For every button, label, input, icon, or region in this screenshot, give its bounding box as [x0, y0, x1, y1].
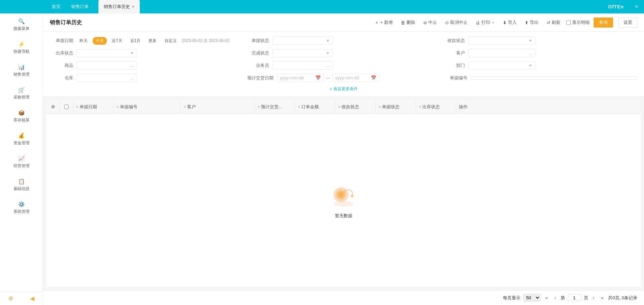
- sidebar-item-search-menu[interactable]: 🔍 搜索菜单: [0, 13, 43, 36]
- delivery-date-from[interactable]: yyyy-mm-dd 📅: [277, 74, 324, 82]
- export-button[interactable]: ⬆ 导出: [523, 18, 541, 27]
- settings-bottom-icon[interactable]: ⚙: [8, 295, 13, 302]
- completion-arrow: ▼: [326, 51, 330, 55]
- th-actions: 操作: [456, 101, 641, 113]
- collapse-filter-btn[interactable]: ∧ 收起更多条件: [50, 86, 637, 92]
- tab-sales-order[interactable]: 销售订单 ×: [66, 0, 98, 13]
- order-status-control[interactable]: ▼: [272, 37, 441, 45]
- customer-input[interactable]: ...: [468, 49, 535, 57]
- salesperson-label: 业务员: [246, 63, 272, 69]
- payment-status-arrow: ▼: [528, 38, 532, 43]
- th-order-status[interactable]: ⇅ 单据状态: [376, 101, 416, 113]
- order-status-select[interactable]: ▼: [272, 37, 333, 45]
- date-btn-7days[interactable]: 近7天: [109, 37, 125, 45]
- settings-gear-icon[interactable]: ⚙: [51, 104, 55, 109]
- outbound-select[interactable]: ▼: [77, 49, 137, 57]
- finance-mgmt-icon: 💰: [18, 132, 25, 139]
- sidebar-item-sales-mgmt[interactable]: 📊 销售管理: [0, 59, 43, 82]
- empty-illustration: [327, 182, 360, 209]
- sidebar-item-quick-nav[interactable]: ⚡ 快捷导航: [0, 36, 43, 59]
- th-order-no[interactable]: ⇅ 单据编号: [114, 101, 181, 113]
- product-input[interactable]: ...: [77, 61, 137, 70]
- page-size-select[interactable]: 20 50 100: [523, 294, 541, 302]
- page-title: 销售订单历史: [50, 19, 82, 26]
- th-outbound-status[interactable]: ⇅ 出库状态: [416, 101, 456, 113]
- svg-point-4: [351, 195, 353, 197]
- th-customer[interactable]: ⇅ 客户: [181, 101, 255, 113]
- th-order-date[interactable]: ⇅ 单据日期: [73, 101, 114, 113]
- next-page-btn[interactable]: ›: [591, 295, 596, 301]
- sidebar-item-sys-mgmt[interactable]: ⚙️ 系统管理: [0, 196, 43, 219]
- date-btn-custom[interactable]: 自定义: [162, 37, 180, 45]
- date-btn-yesterday[interactable]: 昨天: [77, 37, 91, 45]
- display-detail-checkbox-label[interactable]: 显示明细: [566, 20, 590, 26]
- sort-icon-order-no: ⇅: [116, 105, 119, 109]
- tab-home[interactable]: 首页: [46, 0, 66, 13]
- collapse-sidebar-icon[interactable]: ◀: [30, 295, 34, 302]
- date-btn-more[interactable]: 更多: [145, 37, 160, 45]
- import-button[interactable]: ⬇ 导入: [501, 18, 519, 27]
- stop-icon: ⊘: [423, 20, 427, 25]
- tab-sales-order-history[interactable]: 销售订单历史 ×: [98, 0, 140, 13]
- stop-button[interactable]: ⊘ 中止: [421, 18, 439, 27]
- ops-mgmt-icon: 📈: [18, 155, 25, 162]
- expected-delivery-label: 预计交货日期: [243, 75, 277, 81]
- sidebar-item-ops-mgmt[interactable]: 📈 经营管理: [0, 151, 43, 174]
- last-page-btn[interactable]: »: [599, 295, 605, 301]
- customer-more-icon[interactable]: ...: [529, 50, 532, 55]
- calendar-from-icon[interactable]: 📅: [315, 75, 321, 80]
- payment-status-select[interactable]: ▼: [468, 37, 535, 45]
- date-label: 单据日期: [50, 38, 77, 44]
- sidebar: 🔍 搜索菜单 ⚡ 快捷导航 📊 销售管理 🛒 采购管理 📦 库存核算 💰 资金管…: [0, 13, 43, 305]
- calendar-to-icon[interactable]: 📅: [371, 75, 376, 80]
- select-all-checkbox[interactable]: [64, 105, 69, 109]
- filter-row-2: 出库状态 ▼ 完成状态 ▼ 客户: [50, 49, 637, 57]
- import-icon: ⬇: [503, 20, 507, 25]
- warehouse-more-icon[interactable]: ...: [130, 75, 134, 80]
- date-btn-today[interactable]: 今天: [93, 37, 107, 45]
- prev-page-btn[interactable]: ‹: [552, 295, 558, 301]
- setting-button[interactable]: 设置: [618, 17, 637, 28]
- date-btn-1month[interactable]: 近1月: [127, 37, 144, 45]
- sidebar-item-inventory[interactable]: 📦 库存核算: [0, 105, 43, 128]
- sidebar-item-finance-mgmt[interactable]: 💰 资金管理: [0, 128, 43, 151]
- query-button[interactable]: 查询: [594, 17, 613, 28]
- th-expected-delivery[interactable]: ⇅ 预计交货...: [255, 101, 295, 113]
- th-order-amount[interactable]: ⇅ 订单金额: [295, 101, 335, 113]
- date-separator: —: [326, 75, 330, 80]
- sort-icon-payment: ⇅: [338, 105, 341, 109]
- cancel-stop-button[interactable]: ⊙ 取消中止: [443, 18, 470, 27]
- warehouse-label: 仓库: [50, 75, 77, 81]
- salesperson-input[interactable]: ...: [272, 61, 333, 70]
- close-tab-sales-order-history[interactable]: ×: [132, 4, 134, 9]
- payment-status-label: 收款状态: [441, 38, 468, 44]
- delivery-date-to[interactable]: yyyy-mm-dd 📅: [332, 74, 379, 82]
- purchase-mgmt-icon: 🛒: [18, 87, 25, 93]
- display-detail-checkbox[interactable]: [566, 21, 571, 25]
- print-button[interactable]: 🖨 打印 ▼: [474, 18, 497, 27]
- page-number-input[interactable]: [568, 294, 581, 301]
- delete-button[interactable]: 🗑 删除: [399, 18, 417, 27]
- order-number-label: 单据编号: [444, 75, 471, 81]
- refresh-button[interactable]: ↺ 刷新: [545, 18, 562, 27]
- sidebar-item-purchase-mgmt[interactable]: 🛒 采购管理: [0, 82, 43, 105]
- order-number-input[interactable]: [471, 76, 637, 80]
- th-checkbox: [60, 101, 73, 112]
- close-tab-sales-order[interactable]: ×: [91, 4, 93, 9]
- th-payment-status[interactable]: ⇅ 收款状态: [335, 101, 376, 113]
- first-page-btn[interactable]: «: [543, 295, 550, 301]
- table-area: ⚙ ⇅ 单据日期 ⇅ 单据编号 ⇅ 客户 ⇅: [46, 100, 641, 287]
- th-settings[interactable]: ⚙: [46, 101, 60, 113]
- payment-status-control: ▼: [468, 37, 637, 45]
- filter-area: 单据日期 昨天 今天 近7天 近1月 更多 自定义 2023-06-02 至 2…: [43, 32, 644, 97]
- top-bar-close-btn[interactable]: ×: [632, 4, 641, 10]
- sidebar-item-basic-info[interactable]: 📋 基础信息: [0, 174, 43, 196]
- department-select[interactable]: ▼: [468, 62, 535, 70]
- salesperson-more-icon[interactable]: ...: [326, 63, 330, 68]
- completion-select[interactable]: ▼: [272, 49, 333, 57]
- warehouse-input[interactable]: ...: [77, 74, 137, 82]
- product-more-icon[interactable]: ...: [130, 63, 134, 68]
- new-button[interactable]: ＋ + 新增: [373, 18, 395, 27]
- search-menu-icon: 🔍: [18, 18, 25, 25]
- sales-mgmt-icon: 📊: [18, 64, 25, 70]
